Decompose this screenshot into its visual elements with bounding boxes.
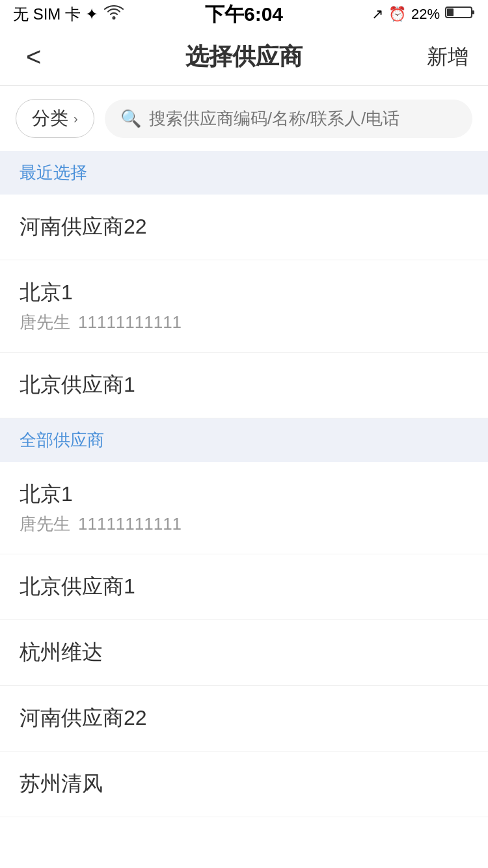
list-item[interactable]: 北京1唐先生11111111111 (0, 260, 488, 353)
supplier-list: 最近选择河南供应商22北京1唐先生11111111111北京供应商1全部供应商北… (0, 151, 488, 817)
search-box: 🔍 (105, 100, 472, 138)
status-time: 下午6:04 (205, 1, 283, 28)
nav-bar: < 选择供应商 新增 (0, 29, 488, 86)
alarm-icon: ⏰ (388, 6, 406, 23)
list-item[interactable]: 河南供应商22 (0, 195, 488, 260)
add-button[interactable]: 新增 (427, 43, 468, 72)
item-name: 河南供应商22 (20, 704, 468, 733)
item-name: 苏州清风 (20, 770, 468, 798)
search-input[interactable] (149, 109, 457, 129)
list-item[interactable]: 杭州维达 (0, 620, 488, 686)
list-item[interactable]: 北京1唐先生11111111111 (0, 462, 488, 554)
item-phone: 11111111111 (78, 312, 182, 332)
status-bar: 无 SIM 卡 ✦ 下午6:04 ↗ ⏰ 22% (0, 0, 488, 29)
svg-rect-1 (447, 8, 454, 16)
chevron-right-icon: › (74, 111, 78, 126)
status-right: ↗ ⏰ 22% (372, 5, 475, 23)
category-filter-button[interactable]: 分类 › (16, 99, 94, 138)
location-icon: ↗ (372, 6, 383, 23)
section-header-all: 全部供应商 (0, 418, 488, 462)
item-name: 北京供应商1 (20, 371, 468, 400)
item-phone: 11111111111 (78, 514, 182, 534)
page-title: 选择供应商 (185, 41, 303, 73)
sim-label: 无 SIM 卡 ✦ (13, 4, 98, 25)
item-detail: 唐先生11111111111 (20, 513, 468, 536)
list-item[interactable]: 苏州清风 (0, 752, 488, 817)
item-contact: 唐先生 (20, 312, 70, 332)
battery-label: 22% (411, 6, 440, 23)
item-detail: 唐先生11111111111 (20, 311, 468, 334)
item-name: 杭州维达 (20, 638, 468, 667)
list-item[interactable]: 河南供应商22 (0, 686, 488, 752)
item-name: 北京1 (20, 278, 468, 307)
section-header-recent: 最近选择 (0, 151, 488, 195)
svg-rect-2 (472, 10, 474, 14)
list-item[interactable]: 北京供应商1 (0, 554, 488, 620)
item-name: 北京供应商1 (20, 573, 468, 601)
category-label: 分类 (32, 106, 68, 131)
item-name: 河南供应商22 (20, 213, 468, 241)
status-left: 无 SIM 卡 ✦ (13, 4, 124, 25)
item-contact: 唐先生 (20, 514, 70, 534)
filter-bar: 分类 › 🔍 (0, 86, 488, 151)
wifi-icon (103, 5, 124, 23)
battery-icon (445, 5, 475, 23)
list-item[interactable]: 北京供应商1 (0, 353, 488, 418)
back-button[interactable]: < (20, 36, 47, 78)
search-icon: 🔍 (120, 109, 141, 129)
item-name: 北京1 (20, 480, 468, 509)
